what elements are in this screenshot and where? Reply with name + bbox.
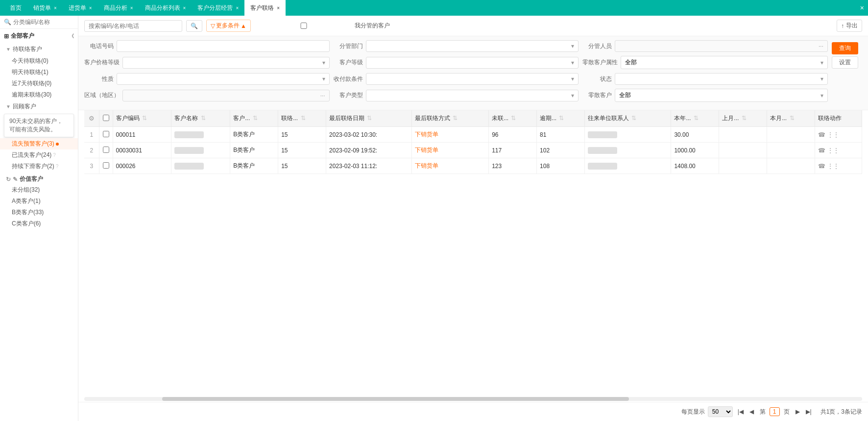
current-page[interactable]: 1 — [770, 407, 780, 416]
chevron-down-icon5: ▾ — [571, 59, 574, 66]
sidebar-item-class-c[interactable]: C类客户(6) — [0, 218, 78, 229]
close-all-tabs[interactable]: × — [860, 4, 864, 12]
filter-nature-select[interactable]: ▾ — [117, 73, 330, 85]
sort-icon-thismonth[interactable]: ⇅ — [790, 115, 795, 122]
first-page-btn[interactable]: |◀ — [736, 407, 746, 416]
nav-analysis[interactable]: 商品分析 × — [98, 0, 139, 16]
query-button[interactable]: 查询 — [832, 42, 858, 54]
filter-phone-input[interactable] — [117, 40, 330, 52]
next-page-btn[interactable]: ▶ — [794, 407, 802, 416]
nav-analysis-list-close[interactable]: × — [183, 5, 186, 11]
sidebar-item-unclassified[interactable]: 未分组(32) — [0, 184, 78, 196]
sort-icon-code[interactable]: ⇅ — [142, 115, 147, 122]
contact-icon[interactable]: ☎ — [818, 147, 825, 154]
sort-icon-contact2[interactable]: ⇅ — [631, 115, 636, 122]
filter-zero-attr-select[interactable]: 全部 ▾ — [621, 56, 828, 69]
sidebar-item-declining[interactable]: 持续下滑客户(2) ? — [0, 161, 78, 172]
sort-icon-uncontacted[interactable]: ⇅ — [511, 115, 516, 122]
nav-sales-close[interactable]: × — [54, 5, 57, 11]
filter-dept-select[interactable]: ▾ — [366, 40, 579, 52]
sidebar-item-churn-warning[interactable]: 流失预警客户(3) — [0, 138, 78, 149]
nav-customer-contact-close[interactable]: × — [277, 5, 280, 11]
contact-icon[interactable]: ☎ — [818, 131, 825, 138]
sidebar-item-class-a[interactable]: A类客户(1) — [0, 196, 78, 207]
cell-type: B类客户 — [230, 158, 278, 174]
prev-page-btn[interactable]: ◀ — [747, 407, 756, 416]
filter-rows-container: 电话号码 分管部门 ▾ 分管人员 — [84, 40, 862, 106]
filter-customer-type-select[interactable]: ▾ — [366, 90, 579, 101]
filter-zero-customer: 零散客户 全部 ▾ — [582, 89, 828, 102]
my-customers-check[interactable] — [255, 23, 353, 29]
last-method-link[interactable]: 下销货单 — [415, 131, 438, 138]
setting-button[interactable]: 设置 — [832, 56, 858, 69]
nav-analysis-close[interactable]: × — [130, 5, 133, 11]
nav-customer-contact[interactable]: 客户联络 × — [244, 0, 286, 16]
sort-icon-overdue[interactable]: ⇅ — [559, 115, 564, 122]
sidebar-item-churned[interactable]: 已流失客户(24) ? — [0, 149, 78, 161]
sidebar-item-7days[interactable]: 近7天待联络(0) — [0, 78, 78, 89]
sidebar-group-pending[interactable]: ▼ 待联络客户 — [0, 43, 78, 55]
grid-setting-icon[interactable]: ⚙ — [89, 115, 95, 122]
sidebar-item-class-b[interactable]: B类客户(33) — [0, 207, 78, 218]
sort-icon-lastmethod[interactable]: ⇅ — [453, 115, 458, 122]
filter-customer-level-select[interactable]: ▾ — [366, 57, 579, 69]
sort-icon-thisyear[interactable]: ⇅ — [694, 115, 699, 122]
col-contact2: 往来单位联系人 ⇅ — [584, 110, 671, 127]
filter-price-level-select[interactable]: ▾ — [122, 57, 330, 69]
last-method-link[interactable]: 下销货单 — [415, 147, 438, 153]
sort-icon-lastdate[interactable]: ⇅ — [367, 115, 372, 122]
filter-region-input[interactable]: ··· — [122, 90, 330, 101]
filter-customer-type-label: 客户类型 — [334, 91, 363, 99]
more-action-icon[interactable]: ⋮⋮ — [827, 147, 839, 154]
sidebar-all-customers[interactable]: ⊞ 全部客户 《 — [0, 29, 78, 43]
sort-icon-type[interactable]: ⇅ — [253, 115, 258, 122]
more-action-icon[interactable]: ⋮⋮ — [827, 131, 839, 138]
nav-analysis-list[interactable]: 商品分析列表 × — [139, 0, 192, 16]
my-customers-checkbox[interactable]: 我分管的客户 — [255, 22, 390, 30]
nav-home[interactable]: 首页 — [4, 0, 27, 16]
cell-uncontacted: 96 — [489, 127, 537, 143]
cell-checkbox[interactable] — [99, 158, 113, 174]
search-input[interactable] — [84, 20, 182, 32]
more-conditions-button[interactable]: ▽ 更多条件 ▲ — [206, 20, 251, 32]
sidebar-group-review[interactable]: ▼ 回顾客户 — [0, 100, 78, 113]
filter-payment-select[interactable]: ▾ — [366, 73, 579, 85]
nav-purchase[interactable]: 进货单 × — [63, 0, 98, 16]
sidebar-item-overdue[interactable]: 逾期未联络(30) — [0, 89, 78, 100]
collapse-btn[interactable]: 《 — [69, 33, 74, 40]
sidebar-group-value[interactable]: ↻ ✎ 价值客户 — [0, 172, 78, 184]
horizontal-scrollbar[interactable] — [84, 397, 862, 401]
cell-checkbox[interactable] — [99, 143, 113, 158]
col-checkbox[interactable] — [99, 110, 113, 127]
dots-icon2: ··· — [320, 92, 325, 99]
sidebar-item-today[interactable]: 今天待联络(0) — [0, 55, 78, 67]
filter-icon: ▽ — [211, 23, 215, 29]
more-action-icon[interactable]: ⋮⋮ — [827, 163, 839, 170]
select-all-checkbox[interactable] — [103, 115, 109, 121]
nav-customer-layer-close[interactable]: × — [236, 5, 239, 11]
sidebar-item-tomorrow[interactable]: 明天待联络(1) — [0, 67, 78, 78]
filter-zero-customer-select[interactable]: 全部 ▾ — [615, 89, 828, 102]
filter-manager-input[interactable]: ··· — [615, 40, 828, 52]
filter-customer-type: 客户类型 ▾ — [334, 90, 579, 101]
cell-checkbox[interactable] — [99, 127, 113, 143]
sort-icon-name[interactable]: ⇅ — [201, 115, 206, 122]
nav-customer-layer[interactable]: 客户分层经营 × — [192, 0, 244, 16]
nav-purchase-close[interactable]: × — [89, 5, 92, 11]
refresh-icon[interactable]: ↻ — [6, 176, 11, 183]
last-method-link[interactable]: 下销货单 — [415, 162, 438, 169]
sidebar-search-input[interactable] — [13, 19, 78, 25]
last-page-btn[interactable]: ▶| — [804, 407, 814, 416]
nav-sales[interactable]: 销货单 × — [27, 0, 63, 16]
per-page-select[interactable]: 50 100 200 — [708, 406, 733, 417]
scroll-thumb[interactable] — [162, 397, 629, 401]
main-layout: 🔍 ⊞ 全部客户 《 ▼ 待联络客户 今天待联络(0) 明天待联络(1) 近7天… — [0, 16, 868, 421]
export-button[interactable]: ↑ 导出 — [837, 20, 862, 32]
search-button[interactable]: 🔍 — [186, 20, 202, 32]
sort-icon-contact[interactable]: ⇅ — [301, 115, 306, 122]
edit-icon[interactable]: ✎ — [13, 176, 18, 183]
sort-icon-lastmonth[interactable]: ⇅ — [742, 115, 747, 122]
filter-status-select[interactable]: ▾ — [615, 73, 828, 85]
contact-icon[interactable]: ☎ — [818, 163, 825, 170]
cell-code: 00030031 — [113, 143, 171, 158]
